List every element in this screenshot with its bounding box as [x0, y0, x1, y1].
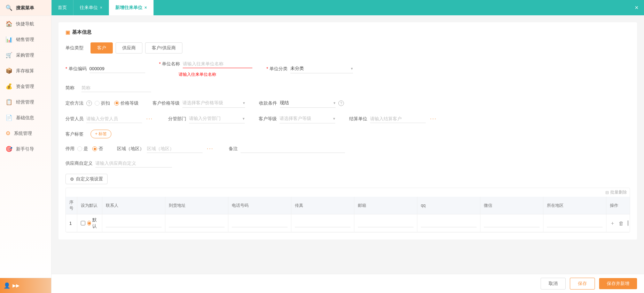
guide-icon: 🎯 [6, 146, 13, 152]
sidebar-footer-icon2: ▶▶ [13, 283, 19, 288]
settlement-label: 结算单位 [349, 116, 367, 122]
tab-unit-list[interactable]: 往来单位 × [73, 0, 109, 15]
th-phone: 电话号码 [228, 197, 291, 214]
qq-input[interactable] [421, 219, 477, 227]
save-new-button[interactable]: 保存并新增 [599, 278, 637, 289]
th-wechat: 微信 [480, 197, 543, 214]
sidebar-item-search[interactable]: 🔍 搜索菜单 [0, 0, 51, 16]
gear-icon: ⚙ [70, 177, 74, 182]
footer-bar: 取消 保存 保存并新增 [52, 274, 644, 293]
td-address [165, 214, 228, 232]
td-default: 默认 [77, 214, 102, 232]
sidebar-item-system[interactable]: ⚙ 系统管理 [0, 125, 51, 141]
tab-unit-list-label: 往来单位 [80, 5, 98, 11]
unit-category-select[interactable]: 未分类 ▾ [290, 64, 353, 73]
radio-yes-circle [77, 146, 82, 151]
region-input[interactable] [147, 145, 203, 153]
default-radio[interactable]: 默认 [87, 217, 99, 229]
wechat-input[interactable] [484, 219, 540, 227]
add-row-button[interactable]: ＋ [610, 220, 615, 227]
pricing-row: 定价方法 ? 折扣 价格等级 客户价格等级 [65, 98, 630, 108]
row-actions: ＋ 🗑 [610, 220, 629, 227]
window-close-button[interactable]: × [629, 4, 644, 11]
sidebar-item-sales[interactable]: 📊 销售管理 [0, 32, 51, 47]
tab-unit-list-close[interactable]: × [100, 5, 102, 10]
tab-add-unit-label: 新增往来单位 [115, 5, 142, 11]
supplier-custom-input[interactable] [95, 159, 172, 168]
supplier-custom-row: 供应商自定义 [65, 159, 630, 168]
pricing-discount-radio[interactable]: 折扣 [95, 100, 110, 106]
add-tag-label: + 标签 [95, 131, 107, 137]
unit-code-group: 单位编码 [65, 65, 145, 73]
note-input[interactable] [241, 145, 345, 153]
delete-row-button[interactable]: 🗑 [619, 220, 624, 226]
td-actions: ＋ 🗑 [606, 214, 630, 232]
disabled-yes-radio[interactable]: 是 [77, 146, 88, 152]
note-group: 备注 [229, 145, 345, 153]
customer-level-select[interactable]: 请选择客户等级 ▾ [280, 114, 335, 123]
manager-more-icon[interactable]: ··· [145, 116, 154, 122]
tag-label: 客户标签 [65, 131, 84, 137]
payment-terms-value: 现结 [280, 100, 332, 106]
unit-name-input[interactable] [183, 60, 252, 68]
th-default: 设为默认 [77, 197, 102, 214]
sidebar-item-quick-nav[interactable]: 🏠 快捷导航 [0, 16, 51, 32]
address-input[interactable] [169, 219, 225, 227]
fax-input[interactable] [295, 219, 351, 227]
sidebar-item-label: 经营管理 [16, 99, 34, 105]
email-input[interactable] [358, 219, 414, 227]
sidebar-item-finance[interactable]: 💰 资金管理 [0, 79, 51, 94]
btn-supplier[interactable]: 供应商 [116, 42, 142, 54]
contact-input[interactable] [106, 219, 162, 227]
dept-select[interactable]: 请输入分管部门 ▾ [189, 114, 245, 123]
disabled-no-radio[interactable]: 否 [92, 146, 103, 152]
payment-terms-group: 收款条件 现结 ▾ ? [259, 98, 344, 108]
custom-settings-button[interactable]: ⚙ 自定义项设置 [65, 174, 108, 184]
payment-help-icon[interactable]: ? [338, 100, 344, 106]
unit-code-input[interactable] [89, 65, 145, 73]
unit-code-label: 单位编码 [65, 66, 87, 72]
basic-info-section: ▣ 基本信息 单位类型 客户 供应商 客户/供应商 单位编码 [58, 22, 637, 239]
add-tag-button[interactable]: + 标签 [91, 130, 111, 138]
sidebar-item-operation[interactable]: 📋 经营管理 [0, 94, 51, 110]
sidebar-item-label: 库存核算 [16, 68, 34, 74]
manager-input[interactable] [86, 115, 142, 123]
cancel-button[interactable]: 取消 [541, 278, 566, 290]
settlement-input[interactable] [370, 115, 426, 123]
row-region-input[interactable] [547, 219, 603, 227]
sidebar-item-basic[interactable]: 📄 基础信息 [0, 110, 51, 125]
tab-home[interactable]: 首页 [52, 0, 73, 15]
short-name-input[interactable] [81, 84, 151, 92]
sidebar-item-purchase[interactable]: 🛒 采购管理 [0, 47, 51, 63]
pricing-grade-radio[interactable]: 价格等级 [114, 100, 139, 106]
section-title-icon: ▣ [65, 30, 70, 35]
save-button[interactable]: 保存 [570, 278, 595, 290]
basic-icon: 📄 [6, 114, 13, 121]
th-email: 邮箱 [354, 197, 417, 214]
disabled-label: 停用 [65, 146, 74, 152]
payment-terms-select[interactable]: 现结 ▾ [280, 98, 336, 108]
system-icon: ⚙ [6, 130, 10, 137]
unit-category-label: 单位分类 [266, 66, 288, 72]
tab-add-unit[interactable]: 新增往来单位 × [109, 0, 154, 15]
sidebar-item-inventory[interactable]: 📦 库存核算 [0, 63, 51, 79]
td-fax [291, 214, 354, 232]
section-title-text: 基本信息 [72, 29, 92, 35]
batch-delete-button[interactable]: ⊟ 批量删除 [605, 189, 627, 195]
region-more-icon[interactable]: ··· [205, 146, 215, 152]
dept-chevron: ▾ [243, 116, 245, 121]
customer-price-chevron: ▾ [243, 101, 245, 105]
region-label: 区域（地区） [117, 146, 144, 152]
settlement-more-icon[interactable]: ··· [429, 116, 438, 122]
sidebar-item-guide[interactable]: 🎯 新手引导 [0, 141, 51, 157]
row-checkbox[interactable] [81, 221, 85, 226]
customer-price-select[interactable]: 请选择客户价格等级 ▾ [182, 98, 245, 108]
btn-customer[interactable]: 客户 [91, 42, 113, 54]
pricing-help-icon[interactable]: ? [86, 100, 92, 106]
phone-input[interactable] [232, 219, 288, 227]
drag-handle[interactable] [627, 220, 629, 226]
default-radio-circle [87, 221, 91, 226]
dept-group: 分管部门 请输入分管部门 ▾ [168, 114, 245, 123]
btn-both[interactable]: 客户/供应商 [145, 42, 182, 54]
tab-add-unit-close[interactable]: × [144, 5, 147, 10]
